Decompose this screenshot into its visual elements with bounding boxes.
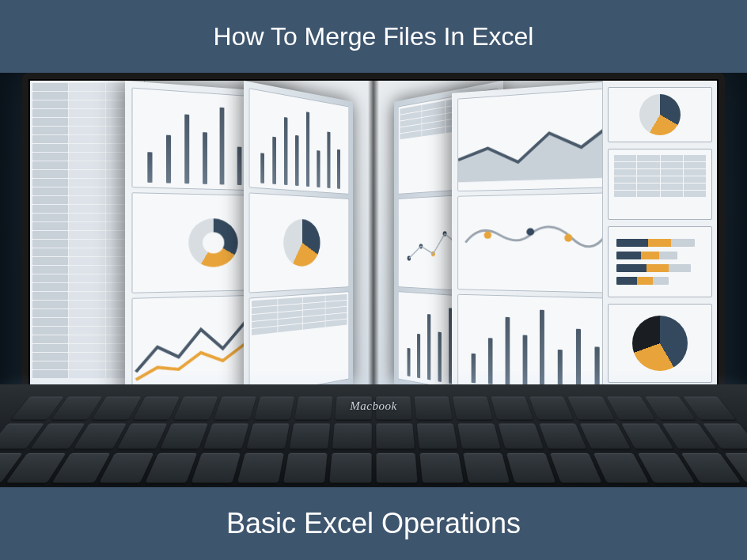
title-banner-top: How To Merge Files In Excel: [0, 0, 747, 73]
fold-panel-right-outer: [452, 81, 622, 405]
subtitle-text: Basic Excel Operations: [226, 507, 521, 540]
data-grid-icon: [608, 149, 712, 220]
svg-point-10: [564, 234, 572, 242]
subtitle-banner-bottom: Basic Excel Operations: [0, 487, 747, 560]
center-fold-seam: [368, 81, 379, 405]
title-text: How To Merge Files In Excel: [214, 22, 534, 51]
stacked-bar-icon: [608, 226, 712, 297]
data-grid-icon: [249, 291, 349, 398]
bar-chart-icon: [249, 88, 349, 195]
pie-chart-icon: [249, 193, 349, 293]
fold-panel-left-inner: [244, 81, 353, 405]
pie-chart-icon: [608, 304, 712, 383]
device-logo: Macbook: [350, 399, 396, 413]
svg-point-8: [484, 232, 491, 240]
hero-illustration: Macbook: [0, 73, 747, 487]
bar-chart-icon: [457, 293, 615, 398]
laptop-screen: [22, 73, 725, 413]
right-spreadsheet-column: [602, 81, 717, 405]
pie-chart-icon: [608, 87, 712, 142]
area-chart-icon: [457, 88, 615, 192]
svg-point-9: [526, 229, 534, 236]
map-chart-icon: [457, 193, 615, 293]
spreadsheet-collage: [30, 81, 717, 405]
